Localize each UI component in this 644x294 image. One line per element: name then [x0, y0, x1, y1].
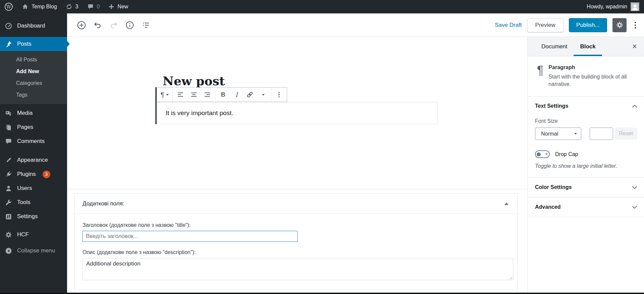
undo-button[interactable]: [91, 19, 104, 32]
comments-icon: [4, 138, 13, 145]
user-icon: [4, 185, 13, 192]
color-settings-panel: Color Settings: [528, 178, 644, 197]
new-content-menu[interactable]: New: [104, 0, 132, 13]
collapse-menu-button[interactable]: Collapse menu: [0, 244, 67, 258]
post-title-input[interactable]: New post: [163, 74, 225, 88]
wordpress-editor-screen: W Temp Blog 3 0: [0, 0, 644, 294]
more-tools-button[interactable]: [632, 22, 639, 29]
block-toolbar: ¶ B I: [157, 87, 287, 102]
paragraph-block[interactable]: It is very important post.: [157, 102, 438, 124]
redo-button[interactable]: [107, 19, 120, 32]
sidebar-item-plugins[interactable]: Plugins 3: [0, 167, 67, 181]
settings-gear-button[interactable]: [612, 18, 627, 32]
sidebar-item-tools[interactable]: Tools: [0, 195, 67, 209]
sidebar-item-dashboard[interactable]: Dashboard: [0, 19, 67, 33]
custom-field-description-textarea[interactable]: Additional description: [83, 258, 513, 280]
custom-font-size-input[interactable]: [590, 128, 613, 140]
site-name-menu[interactable]: Temp Blog: [17, 0, 61, 13]
custom-field-title-input[interactable]: [83, 231, 298, 242]
sidebar-tabs: Document Block ✕: [528, 37, 644, 56]
font-size-select[interactable]: Normal: [535, 128, 581, 140]
sidebar-item-pages[interactable]: Pages: [0, 120, 67, 134]
wp-logo-menu[interactable]: W: [0, 0, 17, 13]
reset-font-size-button[interactable]: Reset: [614, 128, 637, 140]
sidebar-item-media[interactable]: Media: [0, 106, 67, 120]
sidebar-label: Pages: [17, 124, 33, 131]
close-sidebar-button[interactable]: ✕: [630, 37, 639, 56]
advanced-header[interactable]: Advanced: [535, 204, 637, 210]
sidebar-label: Appearance: [17, 157, 48, 163]
custom-fields-postbox-header[interactable]: Додаткові поля:: [75, 194, 517, 214]
brush-icon: [4, 157, 13, 164]
text-settings-panel: Text Settings Font Size Normal Reset Dro…: [528, 97, 644, 178]
info-icon: [125, 20, 135, 30]
list-outline-icon: [142, 21, 150, 30]
editor-toolbar-header: Save Draft Preview Publish...: [67, 13, 644, 37]
sidebar-item-appearance[interactable]: Appearance: [0, 153, 67, 167]
align-left-button[interactable]: [174, 88, 187, 102]
submenu-all-posts[interactable]: All Posts: [0, 54, 67, 65]
chevron-up-icon: [632, 105, 637, 108]
ellipsis-vertical-icon: [276, 92, 282, 98]
sidebar-label: HCF: [17, 231, 29, 238]
collapse-triangle-icon[interactable]: [504, 202, 508, 205]
sidebar-label: Users: [17, 185, 32, 192]
inserter-plus-icon: [76, 20, 87, 30]
sidebar-label: Dashboard: [17, 22, 45, 29]
updates-menu[interactable]: 3: [61, 0, 83, 13]
font-size-selected-value: Normal: [541, 131, 558, 137]
admin-bar-account[interactable]: Howdy, wpadmin: [587, 2, 644, 11]
sidebar-item-settings[interactable]: Settings: [0, 209, 67, 224]
tab-document[interactable]: Document: [535, 37, 574, 56]
sidebar-item-hcf[interactable]: HCF: [0, 228, 67, 242]
admin-sidebar: Dashboard Posts All Posts Add New Catego…: [0, 13, 67, 294]
sidebar-item-users[interactable]: Users: [0, 181, 67, 195]
link-button[interactable]: [243, 88, 257, 102]
drop-cap-toggle[interactable]: [535, 150, 550, 158]
block-card-description: Start with the building block of all nar…: [548, 73, 627, 88]
submenu-tags[interactable]: Tags: [0, 89, 67, 101]
block-more-options-button[interactable]: [272, 88, 286, 102]
save-draft-button[interactable]: Save Draft: [495, 22, 522, 29]
comments-menu[interactable]: 0: [83, 0, 104, 13]
paragraph-pilcrow-icon: ¶: [161, 91, 164, 99]
text-settings-header[interactable]: Text Settings: [535, 103, 637, 109]
content-structure-button[interactable]: [123, 19, 136, 32]
metabox-area: Додаткові поля: Заголовок (додаткове пол…: [67, 189, 527, 294]
bold-button[interactable]: B: [216, 88, 230, 102]
publish-button[interactable]: Publish...: [569, 18, 607, 32]
submenu-categories[interactable]: Categories: [0, 77, 67, 89]
updates-icon: [66, 3, 72, 10]
align-right-icon: [203, 91, 211, 99]
posts-submenu: All Posts Add New Categories Tags: [0, 51, 67, 104]
align-center-button[interactable]: [187, 88, 201, 102]
align-right-button[interactable]: [201, 88, 214, 102]
sidebar-item-comments[interactable]: Comments: [0, 134, 67, 148]
custom-fields-postbox: Додаткові поля: Заголовок (додаткове пол…: [74, 193, 518, 290]
block-description-card: ¶ Paragraph Start with the building bloc…: [528, 56, 644, 97]
chevron-down-icon: [262, 94, 265, 96]
italic-button[interactable]: I: [230, 88, 243, 102]
custom-field-description-label: Опис (додаткове поле з назвою "descripti…: [83, 249, 509, 255]
paragraph-block-text[interactable]: It is very important post.: [166, 109, 233, 117]
block-navigation-button[interactable]: [140, 19, 152, 32]
block-inserter-button[interactable]: [75, 19, 88, 32]
formatting-dropdown-button[interactable]: [257, 88, 270, 102]
color-settings-title: Color Settings: [535, 184, 572, 190]
settings-sidebar: Document Block ✕ ¶ Paragraph Start with …: [527, 37, 644, 294]
submenu-add-new[interactable]: Add New: [0, 65, 67, 77]
avatar: [631, 2, 639, 11]
editor-canvas: New post ¶ B: [67, 37, 527, 294]
color-settings-header[interactable]: Color Settings: [535, 184, 637, 190]
text-settings-title: Text Settings: [535, 103, 568, 109]
collapse-menu-label: Collapse menu: [17, 247, 55, 254]
change-block-type-button[interactable]: ¶: [158, 88, 171, 102]
pages-icon: [4, 124, 13, 131]
comment-bubble-icon: [87, 3, 94, 10]
plus-icon: [108, 4, 114, 10]
preview-button[interactable]: Preview: [527, 18, 564, 32]
chevron-down-icon: [632, 186, 637, 189]
admin-bar: W Temp Blog 3 0: [0, 0, 644, 13]
tab-block[interactable]: Block: [574, 37, 602, 56]
sidebar-item-posts[interactable]: Posts: [0, 37, 67, 51]
